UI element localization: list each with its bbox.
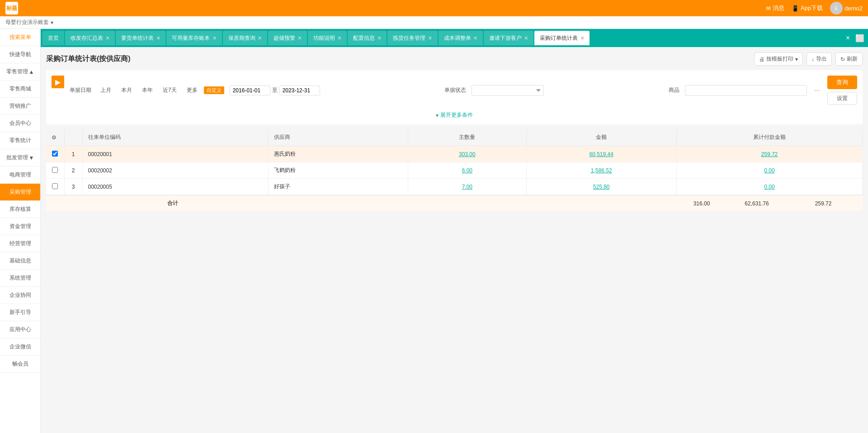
sidebar-item-enterprise-wechat[interactable]: 企业微信 (0, 338, 40, 356)
sidebar-item-search[interactable]: 搜索菜单 (0, 29, 40, 46)
top-bar: 标题 ✉ 消息 📱 App下载 E demo2 (0, 0, 868, 16)
refresh-button[interactable]: ↻ 刷新 (835, 52, 863, 66)
table-row[interactable]: 1 00020001 惠氏奶粉 303.00 60,519.44 259.72 (46, 146, 863, 162)
goods-more-icon[interactable]: ··· (812, 86, 822, 95)
tab-invite-downstream[interactable]: 邀请下游客户 × (484, 31, 533, 45)
tab-close-func-desc[interactable]: × (338, 35, 341, 41)
tab-close-pick-task[interactable]: × (428, 35, 432, 41)
row-checkbox[interactable] (52, 151, 58, 157)
tab-close-cost-adjust[interactable]: × (474, 35, 477, 41)
sidebar-item-retail-mgmt[interactable]: 零售管理 ▲ (0, 63, 40, 81)
top-bar-right: ✉ 消息 📱 App下载 E demo2 (766, 2, 863, 14)
workspace-selector[interactable]: 母婴行业演示账套 ▾ (5, 19, 53, 26)
paid-amount-link[interactable]: 0.00 (764, 167, 774, 174)
filter-top-row: 单据日期 上月 本月 本年 近7天 更多 自定义 至 (70, 76, 857, 105)
filter-toggle-button[interactable]: ▶ (52, 76, 64, 88)
shortcut-last-month[interactable]: 上月 (97, 86, 115, 95)
sidebar-item-purchase-mgmt[interactable]: 采购管理 (0, 184, 40, 201)
tab-purchase-summary[interactable]: 采购订单统计表 × (534, 31, 590, 45)
date-from-input[interactable] (230, 86, 270, 95)
tab-close-goods-summary[interactable]: × (156, 35, 160, 41)
sidebar-item-wholesale-mgmt[interactable]: 批发管理 ▼ (0, 149, 40, 167)
shortcut-this-month[interactable]: 本月 (118, 86, 136, 95)
amount-link[interactable]: 1,586.52 (591, 167, 612, 174)
goods-input[interactable] (685, 85, 807, 96)
table-row[interactable]: 3 00020005 好孩子 7.00 525.80 0.00 (46, 179, 863, 195)
sidebar-item-inventory[interactable]: 库存核算 (0, 201, 40, 218)
expand-conditions-button[interactable]: ▾ 展开更多条件 (436, 111, 473, 119)
sidebar-item-quick-nav[interactable]: 快捷导航 (0, 46, 40, 63)
filter-panel: ▶ 单据日期 上月 本月 本年 近7天 更多 自定义 (46, 70, 863, 124)
th-check: ⚙ (46, 129, 64, 146)
row-checkbox[interactable] (52, 167, 58, 173)
content-area: 首页 收发存汇总表 × 要货单统计表 × 可用量库存账本 × 保质期查询 × 超… (41, 29, 868, 433)
shortcut-this-year[interactable]: 本年 (138, 86, 156, 95)
sidebar-item-basic-info[interactable]: 基础信息 (0, 252, 40, 270)
paid-amount-link[interactable]: 0.00 (764, 184, 774, 190)
main-qty-link[interactable]: 6.00 (462, 167, 472, 174)
cell-supplier-code: 00020001 (82, 146, 268, 162)
sidebar-item-marketing[interactable]: 营销推广 (0, 98, 40, 115)
export-button[interactable]: ↓ 导出 (807, 52, 832, 66)
tab-close-expiry-query[interactable]: × (258, 35, 262, 41)
tab-goods-summary[interactable]: 要货单统计表 × (116, 31, 165, 45)
data-table-container: ⚙ 往来单位编码 供应商 主数量 金额 累计付款金额 (46, 129, 863, 211)
sidebar-item-ecommerce[interactable]: 电商管理 (0, 167, 40, 184)
paid-amount-link[interactable]: 259.72 (761, 151, 778, 157)
shortcut-7days[interactable]: 近7天 (159, 86, 180, 95)
tab-close-all-button[interactable]: × (844, 32, 852, 44)
th-amount: 金额 (526, 129, 676, 146)
retail-mgmt-arrow-icon: ▲ (29, 69, 34, 75)
cell-main-qty: 6.00 (408, 162, 527, 179)
footer-label: 合计 (167, 200, 178, 207)
status-select[interactable] (472, 85, 544, 96)
shortcut-more[interactable]: 更多 (183, 86, 201, 95)
app-download-link[interactable]: 📱 App下载 (792, 4, 823, 12)
main-qty-link[interactable]: 303.00 (459, 151, 476, 157)
settings-icon[interactable]: ⚙ (52, 134, 57, 141)
sidebar-item-ops-mgmt[interactable]: 经营管理 (0, 235, 40, 252)
cell-no: 3 (64, 179, 82, 195)
tab-cost-adjust[interactable]: 成本调整单 × (439, 31, 483, 45)
message-link[interactable]: ✉ 消息 (766, 4, 784, 12)
tab-close-config-info[interactable]: × (377, 35, 381, 41)
sidebar-item-member[interactable]: 畅会员 (0, 356, 40, 373)
tab-home[interactable]: 首页 (42, 31, 64, 45)
sidebar-item-retail-shop[interactable]: 零售商城 (0, 81, 40, 98)
table-row[interactable]: 2 00020002 飞鹤奶粉 6.00 1,586.52 0.00 (46, 162, 863, 179)
tab-close-purchase-summary[interactable]: × (580, 35, 584, 41)
tab-receive-summary[interactable]: 收发存汇总表 × (65, 31, 115, 45)
expand-icon: ▾ (436, 112, 439, 119)
tab-overstock-warning[interactable]: 超储预警 × (268, 31, 307, 45)
date-to-input[interactable] (279, 86, 320, 95)
sidebar-item-new-guide[interactable]: 新手引导 (0, 304, 40, 321)
tab-maximize-button[interactable]: ⬜ (854, 32, 866, 44)
tab-close-overstock-warning[interactable]: × (298, 35, 302, 41)
tab-close-invite-downstream[interactable]: × (524, 35, 528, 41)
user-avatar[interactable]: E demo2 (830, 2, 863, 14)
sidebar-item-member-center[interactable]: 会员中心 (0, 115, 40, 132)
tab-pick-task[interactable]: 拣货任务管理 × (387, 31, 437, 45)
print-button[interactable]: 🖨 按模板打印 ▾ (754, 52, 803, 66)
sidebar-item-sys-mgmt[interactable]: 系统管理 (0, 270, 40, 287)
th-no (64, 129, 82, 146)
sidebar-item-enterprise[interactable]: 企业协同 (0, 287, 40, 304)
amount-link[interactable]: 525.80 (593, 184, 610, 190)
tab-inventory-ledger[interactable]: 可用量库存账本 × (166, 31, 222, 45)
tab-func-desc[interactable]: 功能说明 × (308, 31, 347, 45)
main-qty-link[interactable]: 7.00 (462, 184, 472, 190)
tab-close-receive-summary[interactable]: × (106, 35, 109, 41)
settings-button[interactable]: 设置 (827, 92, 857, 105)
tab-expiry-query[interactable]: 保质期查询 × (223, 31, 267, 45)
query-button[interactable]: 查询 (827, 76, 857, 89)
tab-config-info[interactable]: 配置信息 × (348, 31, 387, 45)
tab-close-inventory-ledger[interactable]: × (212, 35, 216, 41)
amount-link[interactable]: 60,519.44 (590, 151, 613, 157)
row-checkbox[interactable] (52, 183, 58, 189)
sidebar-item-retail-stats[interactable]: 零售统计 (0, 132, 40, 149)
sidebar-item-finance[interactable]: 资金管理 (0, 218, 40, 235)
cell-supplier-code: 00020005 (82, 179, 268, 195)
sidebar-item-app-center[interactable]: 应用中心 (0, 321, 40, 338)
footer-main-qty: 316.00 (679, 200, 724, 207)
logo-icon: 标题 (5, 2, 18, 14)
